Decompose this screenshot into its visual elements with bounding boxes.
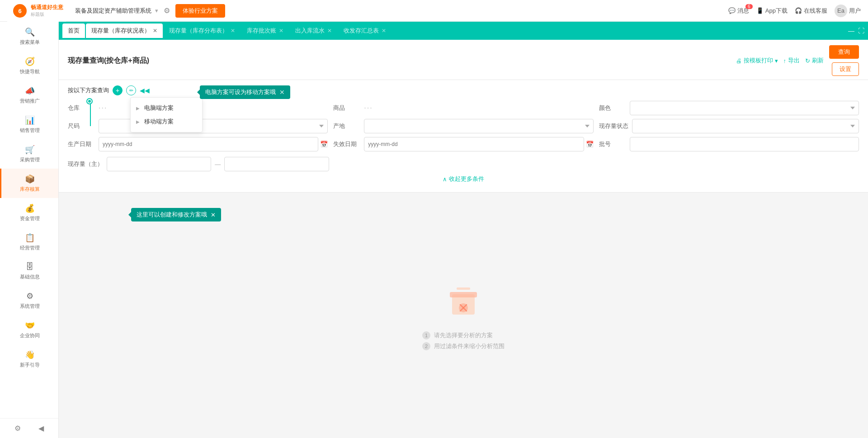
empty-hint-2: 2 用过滤条件来缩小分析范围: [422, 342, 505, 350]
empty-hint-1: 1 请先选择要分析的方案: [422, 331, 505, 339]
sidebar-item-company[interactable]: 🤝 企业协同: [0, 315, 58, 344]
avatar: Ea: [835, 5, 847, 17]
filter-edit-btn[interactable]: ✏: [126, 85, 136, 95]
produce-date-label: 生产日期: [68, 140, 95, 148]
print-btn[interactable]: 🖨 按模板打印 ▾: [736, 57, 778, 65]
stock-status-select[interactable]: [632, 119, 859, 133]
sidebar-label-system: 系统管理: [20, 303, 40, 310]
print-dropdown-icon[interactable]: ▾: [775, 57, 778, 64]
product-dots[interactable]: ···: [364, 104, 373, 112]
sidebar-item-inventory[interactable]: 📦 库存核算: [0, 169, 58, 198]
sidebar-item-newbie[interactable]: 👋 新手引导: [0, 344, 58, 374]
print-icon: 🖨: [736, 57, 742, 64]
sidebar-item-operations[interactable]: 📋 经营管理: [0, 227, 58, 257]
sidebar-item-purchase[interactable]: 🛒 采购管理: [0, 139, 58, 169]
sidebar: 🔍 搜索菜单 🧭 快捷导航 📣 营销推广 📊 销售管理 🛒 采购管理 📦: [0, 22, 59, 438]
app-download-label: App下载: [765, 7, 788, 15]
user-profile-item[interactable]: Ea 用户: [835, 5, 861, 17]
settings-gear-icon[interactable]: ⚙: [164, 6, 170, 15]
scheme-tooltip1-text: 电脑方案可设为移动方案哦: [205, 88, 276, 96]
tab-inventory-status-close[interactable]: ✕: [153, 28, 157, 34]
produce-date-start[interactable]: [99, 137, 318, 151]
collapse-label: 收起更多条件: [449, 175, 484, 183]
batch-input[interactable]: [630, 137, 859, 151]
filter-field-stock-status: 现存量状态: [599, 119, 859, 133]
industry-btn[interactable]: 体验行业方案: [175, 4, 225, 18]
tab-inventory-dist[interactable]: 现存量（库存分布表） ✕: [164, 24, 241, 38]
filter-add-btn[interactable]: +: [113, 85, 123, 95]
sidebar-item-marketing[interactable]: 📣 营销推广: [0, 80, 58, 110]
sidebar-item-basic[interactable]: 🗄 基础信息: [0, 257, 58, 286]
tab-inout-flow-close[interactable]: ✕: [327, 28, 332, 34]
message-icon-item[interactable]: 💬 消息 6: [728, 7, 749, 15]
sidebar-item-guide[interactable]: 🧭 快捷导航: [0, 51, 58, 80]
scheme-tooltip2-close[interactable]: ✕: [211, 212, 216, 218]
system-selector[interactable]: 装备及固定资产辅助管理系统 ▾: [75, 7, 158, 15]
sidebar-label-marketing: 营销推广: [20, 98, 40, 104]
tab-inventory-dist-close[interactable]: ✕: [231, 28, 235, 34]
page-title: 现存量查询(按仓库+商品): [68, 56, 149, 66]
product-label: 商品: [333, 104, 360, 112]
scheme-connector-dot: [87, 99, 92, 104]
scheme-tooltip2: 这里可以创建和修改方案哦 ✕: [131, 208, 221, 221]
origin-select[interactable]: [364, 119, 593, 133]
marketing-icon: 📣: [25, 86, 35, 96]
message-icon: 💬: [728, 7, 736, 14]
collapse-btn[interactable]: ∧ 收起更多条件: [68, 171, 859, 187]
tab-inout-flow-label: 出入库流水: [295, 27, 325, 35]
refresh-btn[interactable]: ↻ 刷新: [805, 57, 824, 65]
sidebar-label-guide: 快捷导航: [20, 68, 40, 75]
set-btn[interactable]: 设置: [832, 62, 859, 76]
expire-date-start-calendar[interactable]: 📅: [586, 141, 594, 148]
qty-max-input[interactable]: [224, 157, 329, 171]
export-btn[interactable]: ↑ 导出: [783, 57, 800, 65]
tab-inventory-batch-close[interactable]: ✕: [279, 28, 283, 34]
color-select[interactable]: [630, 101, 859, 115]
origin-label: 产地: [333, 122, 360, 130]
inventory-icon: 📦: [25, 174, 35, 184]
expire-date-range: 📅: [364, 137, 593, 151]
online-service-item[interactable]: 🎧 在线客服: [795, 7, 827, 15]
tab-home[interactable]: 首页: [62, 24, 85, 38]
tab-inventory-batch[interactable]: 库存批次账 ✕: [241, 24, 289, 38]
tab-inout-flow[interactable]: 出入库流水 ✕: [290, 24, 337, 38]
scheme-tooltip2-text: 这里可以创建和修改方案哦: [137, 211, 207, 219]
tab-receive-summary[interactable]: 收发存汇总表 ✕: [338, 24, 392, 38]
operations-icon: 📋: [25, 233, 35, 243]
warehouse-dots[interactable]: ···: [99, 104, 107, 112]
svg-rect-3: [450, 292, 477, 297]
sidebar-label-purchase: 采购管理: [20, 156, 40, 163]
tab-receive-summary-close[interactable]: ✕: [382, 28, 386, 34]
sidebar-label-finance: 资金管理: [20, 215, 40, 222]
sidebar-settings-icon[interactable]: ⚙: [14, 424, 21, 433]
sidebar-item-sales[interactable]: 📊 销售管理: [0, 110, 58, 139]
online-service-label: 在线客服: [804, 7, 827, 15]
dropdown-icon[interactable]: ▾: [155, 7, 158, 14]
query-btn[interactable]: 查询: [829, 45, 859, 59]
sidebar-item-system[interactable]: ⚙ 系统管理: [0, 286, 58, 315]
sidebar-item-finance[interactable]: 💰 资金管理: [0, 198, 58, 227]
sidebar-item-search[interactable]: 🔍 搜索菜单: [0, 22, 58, 51]
expire-date-start[interactable]: [364, 137, 584, 151]
filter-row-3: 生产日期 📅 失效日期 📅 批号: [68, 137, 859, 151]
app-download-item[interactable]: 📱 App下载: [756, 7, 788, 15]
filter-field-origin: 产地: [333, 119, 593, 133]
filter-back-arrow[interactable]: ◀◀: [140, 87, 150, 94]
tab-inventory-status[interactable]: 现存量（库存状况表） ✕: [86, 24, 163, 38]
scheme-mobile[interactable]: ▶ 移动端方案: [131, 115, 202, 128]
scheme-pc[interactable]: ▶ 电脑端方案: [131, 101, 202, 115]
window-expand-btn[interactable]: ⛶: [858, 27, 864, 34]
empty-text: 1 请先选择要分析的方案 2 用过滤条件来缩小分析范围: [422, 331, 505, 350]
produce-date-start-calendar[interactable]: 📅: [320, 141, 328, 148]
window-minimize-btn[interactable]: —: [848, 27, 854, 34]
system-icon: ⚙: [26, 291, 33, 301]
tab-inventory-dist-label: 现存量（库存分布表）: [169, 27, 228, 35]
produce-date-range: 📅: [99, 137, 328, 151]
basic-icon: 🗄: [26, 262, 34, 272]
sidebar-collapse-icon[interactable]: ◀: [38, 424, 44, 433]
filter-field-product: 商品 ···: [333, 104, 593, 112]
finance-icon: 💰: [25, 203, 35, 213]
qty-dash: —: [215, 161, 221, 168]
scheme-tooltip1-close[interactable]: ✕: [279, 89, 285, 96]
qty-min-input[interactable]: [107, 157, 211, 171]
